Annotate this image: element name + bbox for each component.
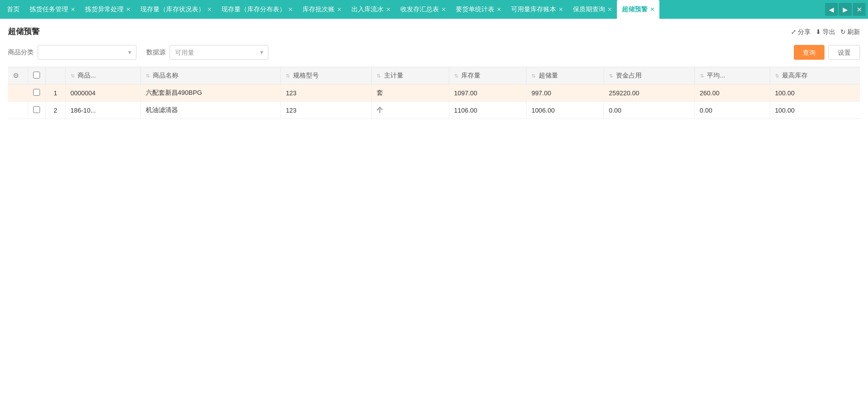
header-actions: ⤢ 分享 ⬇ 导出 ↻ 刷新 [791,28,860,37]
sort-icon: ⇅ [146,73,150,79]
td-unit: 套 [372,84,449,102]
nav-item-overstock[interactable]: 超储预警 ✕ [617,0,659,19]
sort-icon: ⇅ [377,73,381,79]
td-max-stock: 100.00 [770,84,860,102]
td-unit: 个 [372,102,449,119]
nav-next-button[interactable]: ▶ [839,3,852,16]
td-max-stock: 100.00 [770,102,860,119]
th-overstock[interactable]: ⇅ 超储量 [526,67,604,84]
table-body: 1 0000004 六配套新昌490BPG 123 套 1097.00 997.… [8,84,860,119]
nav-item-demand[interactable]: 要货单统计表 ✕ [451,0,506,19]
td-index: 2 [45,102,65,119]
category-select[interactable] [38,45,136,60]
close-icon[interactable]: ✕ [497,6,501,13]
category-filter-group: 商品分类 ▼ [8,45,136,60]
sort-icon: ⇅ [609,73,613,79]
close-icon[interactable]: ✕ [559,6,563,13]
sort-icon: ⇅ [454,73,458,79]
th-product-code[interactable]: ⇅ 商品... [65,67,140,84]
th-spec[interactable]: ⇅ 规格型号 [281,67,372,84]
query-button[interactable]: 查询 [794,45,825,60]
category-label: 商品分类 [8,48,34,57]
th-product-name[interactable]: ⇅ 商品名称 [140,67,281,84]
td-product-code: 0000004 [65,84,140,102]
td-avg: 0.00 [694,102,770,119]
table-row: 2 186-10... 机油滤清器 123 个 1106.00 1006.00 … [8,102,860,119]
td-avg: 260.00 [694,84,770,102]
datasource-filter-group: 数据源 可用量 库存量 ▼ [146,45,268,60]
nav-item-batch[interactable]: 库存批次账 ✕ [298,0,347,19]
sort-icon: ⇅ [286,73,290,79]
export-icon: ⬇ [816,28,821,36]
nav-arrows: ◀ ▶ ✕ [825,3,866,16]
nav-item-home[interactable]: 首页 [2,0,25,19]
td-product-name: 六配套新昌490BPG [140,84,281,102]
sort-icon: ⇅ [531,73,535,79]
th-capital[interactable]: ⇅ 资金占用 [604,67,694,84]
nav-item-stock-status[interactable]: 现存量（库存状况表） ✕ [135,0,217,19]
close-icon[interactable]: ✕ [337,6,342,13]
nav-close-button[interactable]: ✕ [853,3,866,16]
page-title: 超储预警 [8,27,40,37]
td-spec: 123 [281,102,372,119]
sort-icon: ⇅ [700,73,704,79]
td-product-code: 186-10... [65,102,140,119]
refresh-button[interactable]: ↻ 刷新 [840,28,860,37]
nav-item-inout-flow[interactable]: 出入库流水 ✕ [347,0,395,19]
nav-item-pick-exception[interactable]: 拣货异常处理 ✕ [80,0,135,19]
td-spec: 123 [281,84,372,102]
page-content: 超储预警 ⤢ 分享 ⬇ 导出 ↻ 刷新 商品分类 ▼ [0,19,868,395]
th-stock[interactable]: ⇅ 库存量 [449,67,526,84]
data-table: ⚙ ⇅ 商品... ⇅ 商品名称 ⇅ 规格型号 [8,67,860,119]
filter-row: 商品分类 ▼ 数据源 可用量 库存量 ▼ 查询 设置 [8,45,860,60]
category-select-wrapper: ▼ [38,45,136,60]
datasource-select[interactable]: 可用量 库存量 [170,45,268,60]
td-gear [8,84,28,102]
th-gear: ⚙ [8,67,28,84]
table-header-row: ⚙ ⇅ 商品... ⇅ 商品名称 ⇅ 规格型号 [8,67,860,84]
close-icon[interactable]: ✕ [126,6,130,13]
datasource-select-wrapper: 可用量 库存量 ▼ [170,45,268,60]
th-avg[interactable]: ⇅ 平均... [694,67,770,84]
td-checkbox [28,102,45,119]
gear-icon[interactable]: ⚙ [13,72,19,79]
close-icon[interactable]: ✕ [71,6,75,13]
td-stock: 1106.00 [449,102,526,119]
settings-button[interactable]: 设置 [828,45,860,60]
datasource-label: 数据源 [146,48,166,57]
close-icon[interactable]: ✕ [650,6,654,13]
row-checkbox[interactable] [33,106,40,113]
nav-item-pick-task[interactable]: 拣货任务管理 ✕ [25,0,80,19]
close-icon[interactable]: ✕ [441,6,446,13]
share-button[interactable]: ⤢ 分享 [791,28,811,37]
td-stock: 1097.00 [449,84,526,102]
td-overstock: 997.00 [526,84,604,102]
nav-item-summary[interactable]: 收发存汇总表 ✕ [395,0,451,19]
close-icon[interactable]: ✕ [207,6,212,13]
refresh-icon: ↻ [840,28,846,36]
td-product-name: 机油滤清器 [140,102,281,119]
close-icon[interactable]: ✕ [386,6,391,13]
sort-icon: ⇅ [775,73,779,79]
nav-item-usable[interactable]: 可用量库存账本 ✕ [506,0,568,19]
th-index [45,67,65,84]
th-select-all [28,67,45,84]
nav-item-stock-dist[interactable]: 现存量（库存分布表） ✕ [217,0,298,19]
th-max-stock[interactable]: ⇅ 最高库存 [770,67,860,84]
close-icon[interactable]: ✕ [608,6,612,13]
td-index: 1 [45,84,65,102]
nav-prev-button[interactable]: ◀ [825,3,838,16]
td-gear [8,102,28,119]
td-checkbox [28,84,45,102]
top-nav: 首页 拣货任务管理 ✕ 拣货异常处理 ✕ 现存量（库存状况表） ✕ 现存量（库存… [0,0,868,19]
export-button[interactable]: ⬇ 导出 [816,28,835,37]
nav-item-expiry[interactable]: 保质期查询 ✕ [568,0,617,19]
th-unit[interactable]: ⇅ 主计量 [372,67,449,84]
close-icon[interactable]: ✕ [288,6,293,13]
td-overstock: 1006.00 [526,102,604,119]
td-capital: 0.00 [604,102,694,119]
row-checkbox[interactable] [33,89,40,96]
sort-icon: ⇅ [71,73,75,79]
table-row: 1 0000004 六配套新昌490BPG 123 套 1097.00 997.… [8,84,860,102]
select-all-checkbox[interactable] [33,72,40,79]
